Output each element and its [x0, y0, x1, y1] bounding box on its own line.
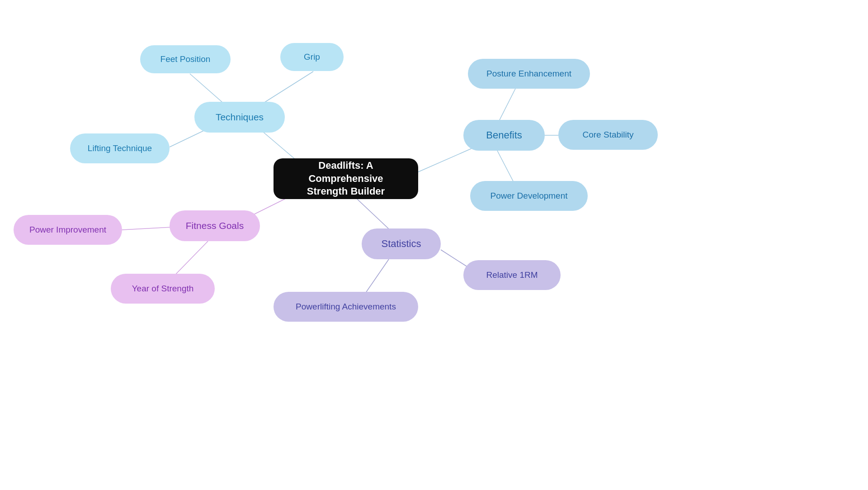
feet-position-label: Feet Position [160, 54, 211, 64]
power-development-node[interactable]: Power Development [470, 181, 588, 211]
feet-position-node[interactable]: Feet Position [140, 45, 231, 73]
relative-1rm-node[interactable]: Relative 1RM [463, 260, 561, 290]
core-stability-label: Core Stability [583, 130, 634, 140]
statistics-node[interactable]: Statistics [362, 228, 441, 259]
power-development-label: Power Development [490, 191, 567, 201]
power-improvement-label: Power Improvement [29, 225, 106, 235]
center-label: Deadlifts: A Comprehensive Strength Buil… [283, 159, 409, 198]
grip-label: Grip [304, 52, 320, 62]
lifting-technique-label: Lifting Technique [88, 143, 152, 153]
techniques-node[interactable]: Techniques [194, 102, 285, 133]
fitness-goals-node[interactable]: Fitness Goals [170, 210, 260, 241]
relative-1rm-label: Relative 1RM [486, 270, 538, 280]
center-node[interactable]: Deadlifts: A Comprehensive Strength Buil… [274, 158, 418, 199]
year-of-strength-node[interactable]: Year of Strength [111, 274, 215, 304]
core-stability-node[interactable]: Core Stability [558, 120, 658, 150]
techniques-label: Techniques [216, 112, 264, 123]
posture-enhancement-label: Posture Enhancement [486, 69, 571, 79]
powerlifting-achievements-label: Powerlifting Achievements [296, 302, 396, 312]
benefits-node[interactable]: Benefits [463, 120, 545, 151]
grip-node[interactable]: Grip [280, 43, 344, 71]
power-improvement-node[interactable]: Power Improvement [14, 215, 122, 245]
lifting-technique-node[interactable]: Lifting Technique [70, 133, 170, 163]
fitness-goals-label: Fitness Goals [186, 220, 244, 231]
svg-line-10 [172, 241, 208, 278]
benefits-label: Benefits [486, 129, 522, 141]
year-of-strength-label: Year of Strength [132, 284, 194, 294]
powerlifting-achievements-node[interactable]: Powerlifting Achievements [274, 292, 418, 322]
statistics-label: Statistics [381, 238, 421, 250]
posture-enhancement-node[interactable]: Posture Enhancement [468, 59, 590, 89]
svg-line-7 [497, 151, 515, 186]
svg-line-5 [497, 89, 515, 124]
